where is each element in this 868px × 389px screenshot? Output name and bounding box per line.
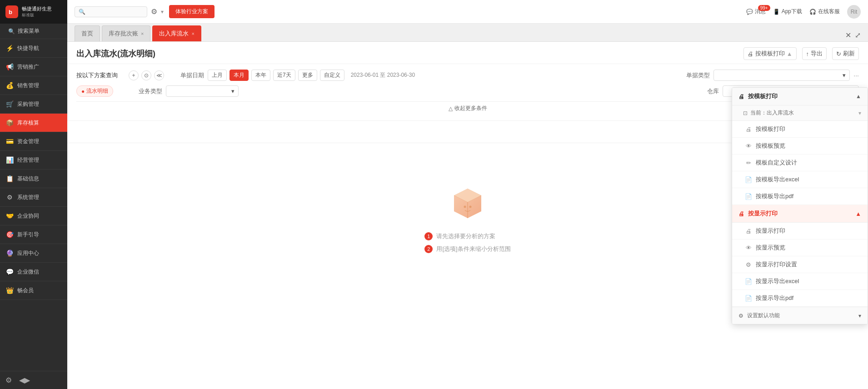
operation-icon: 📊 [5,156,14,164]
sidebar: b 畅捷通好生意 标准版 🔍 搜索菜单 ⚡ 快捷导航 📢 营销推广 💰 销售管理… [0,0,67,389]
tab-close-all-icon[interactable]: ✕ [845,31,851,40]
business-type-select[interactable]: ▾ [166,85,239,97]
service-label: 在线客服 [818,8,840,15]
sidebar-item-label: 基础信息 [17,175,39,183]
dropdown-item-template-custom[interactable]: ✏ 模板自定义设计 [732,155,868,171]
dropdown-item-template-print[interactable]: 🖨 按模板打印 [732,121,868,138]
sidebar-item-app-center[interactable]: 🔮 应用中心 [0,244,67,263]
date-btn-last-month[interactable]: 上月 [208,70,227,81]
business-type-filter: 业务类型 ▾ [139,85,239,97]
tab-flow-close[interactable]: × [191,31,194,36]
footer-label: 设置默认功能 [747,312,780,319]
date-btn-this-year[interactable]: 本年 [251,70,270,81]
guide-icon: 🎯 [5,230,14,239]
doc-type-more[interactable]: ··· [853,72,859,79]
date-btn-this-month[interactable]: 本月 [229,70,249,81]
date-btn-last-7[interactable]: 近7天 [273,70,295,81]
sidebar-item-system[interactable]: ⚙ 系统管理 [0,188,67,207]
filter-add-icon[interactable]: + [129,70,139,80]
dropdown-item-template-preview[interactable]: 👁 按模板预览 [732,138,868,155]
sidebar-item-sales[interactable]: 💰 销售管理 [0,76,67,95]
topbar-dropdown-arrow[interactable]: ▾ [161,9,164,15]
display-print-settings-label: 按显示打印设置 [756,260,797,269]
display-excel-label: 按显示导出excel [756,277,799,285]
date-label: 单据日期 [180,71,204,80]
warehouse-label: 仓库 [707,87,719,95]
sidebar-item-membership[interactable]: 👑 畅会员 [0,281,67,300]
sidebar-item-quick-nav[interactable]: ⚡ 快捷导航 [0,39,67,58]
sidebar-item-finance[interactable]: 💳 资金管理 [0,132,67,151]
settings-bottom-icon[interactable]: ⚙ [5,376,12,384]
date-btn-custom[interactable]: 自定义 [320,70,344,81]
sidebar-item-label: 资金管理 [17,138,39,145]
refresh-btn[interactable]: ↻ 刷新 [832,47,859,60]
export-btn[interactable]: ↑ 导出 [802,47,827,60]
cooperation-icon: 🤝 [5,212,14,220]
display-section-arrow: ▲ [855,210,861,217]
print-template-btn[interactable]: 🖨 按模板打印 ▲ [743,47,797,60]
sidebar-item-wechat[interactable]: 💬 企业微信 [0,263,67,281]
display-section-header[interactable]: 🖨 按显示打印 ▲ [732,205,868,223]
industry-btn[interactable]: 体验行业方案 [169,5,215,18]
date-range-text: 2023-06-01 至 2023-06-30 [351,71,415,79]
date-btn-more[interactable]: 更多 [298,70,317,81]
display-pdf-label: 按显示导出pdf [756,294,793,302]
dropdown-current-arrow: ▾ [858,110,861,116]
dropdown-collapse-arrow[interactable]: ▲ [856,93,861,100]
tab-flow[interactable]: 出入库流水 × [152,25,201,41]
dropdown-item-template-excel[interactable]: 📄 按模板导出excel [732,171,868,188]
topbar-search[interactable]: 🔍 [75,6,147,17]
dropdown-item-display-print-settings[interactable]: ⚙ 按显示打印设置 [732,256,868,273]
tab-maximize-icon[interactable]: ⤢ [855,31,861,40]
step-1-text: 请先选择要分析的方案 [436,232,495,240]
tab-batch-account[interactable]: 库存批次账 × [102,25,150,41]
topbar-search-icon: 🔍 [79,9,85,15]
flow-tag-icon: ● [81,88,85,95]
sidebar-search[interactable]: 🔍 搜索菜单 [0,24,67,39]
sidebar-item-operation[interactable]: 📊 经营管理 [0,151,67,170]
sidebar-item-purchase[interactable]: 🛒 采购管理 [0,95,67,114]
tab-batch-account-close[interactable]: × [141,31,144,36]
refresh-icon: ↻ [836,50,841,57]
dropdown-item-display-preview[interactable]: 👁 按显示预览 [732,239,868,256]
tab-home[interactable]: 首页 [75,25,100,41]
sidebar-item-guide[interactable]: 🎯 新手引导 [0,225,67,244]
date-filter-group: 单据日期 上月 本月 本年 近7天 更多 自定义 2023-06-01 至 20… [180,70,415,81]
sidebar-nav: ⚡ 快捷导航 📢 营销推广 💰 销售管理 🛒 采购管理 📦 库存核算 💳 资金管… [0,39,67,371]
message-btn[interactable]: 💬 消息 99+ [746,8,766,15]
template-pdf-icon: 📄 [745,193,752,200]
dropdown-item-display-excel[interactable]: 📄 按显示导出excel [732,273,868,290]
page-title: 出入库流水(流水明细) [76,48,155,59]
step-2-text: 用[选项]条件来缩小分析范围 [436,245,510,253]
sidebar-item-label: 快捷导航 [17,45,39,52]
app-download-icon: 📱 [773,9,780,15]
sidebar-item-cooperation[interactable]: 🤝 企业协同 [0,207,67,225]
dropdown-item-template-pdf[interactable]: 📄 按模板导出pdf [732,188,868,205]
sidebar-item-inventory[interactable]: 📦 库存核算 [0,114,67,132]
doc-type-select[interactable]: ▾ [713,70,850,81]
collapse-sidebar-icon[interactable]: ◀▶ [19,376,30,384]
app-download-btn[interactable]: 📱 App下载 [773,8,802,15]
footer-arrow: ▾ [858,313,861,319]
dropdown-item-display-pdf[interactable]: 📄 按显示导出pdf [732,290,868,307]
dropdown-footer[interactable]: ⚙ 设置默认功能 ▾ [732,307,868,324]
user-name: Rit [851,9,858,15]
page-content: 出入库流水(流水明细) 🖨 按模板打印 ▲ ↑ 导出 ↻ 刷新 [67,42,868,389]
message-badge: 99+ [758,5,770,11]
sidebar-item-marketing[interactable]: 📢 营销推广 [0,58,67,76]
sidebar-item-basic[interactable]: 📋 基础信息 [0,170,67,188]
finance-icon: 💳 [5,137,14,145]
filter-collapse-icon[interactable]: ≪ [154,70,164,80]
footer-settings-icon: ⚙ [738,313,743,319]
dropdown-item-display-print[interactable]: 🖨 按显示打印 [732,223,868,239]
topbar-gear-icon[interactable]: ⚙ [151,7,157,16]
flow-tag[interactable]: ● 流水明细 [76,85,113,97]
user-avatar[interactable]: Rit [847,5,861,19]
online-service-btn[interactable]: 🎧 在线客服 [809,8,840,15]
empty-step-2: 2 用[选项]条件来缩小分析范围 [424,245,510,253]
template-pdf-label: 按模板导出pdf [756,192,793,200]
filter-settings-icon[interactable]: ⊙ [141,70,151,80]
doc-type-label: 单据类型 [686,71,710,80]
sales-icon: 💰 [5,81,14,90]
export-label: 导出 [811,50,823,58]
